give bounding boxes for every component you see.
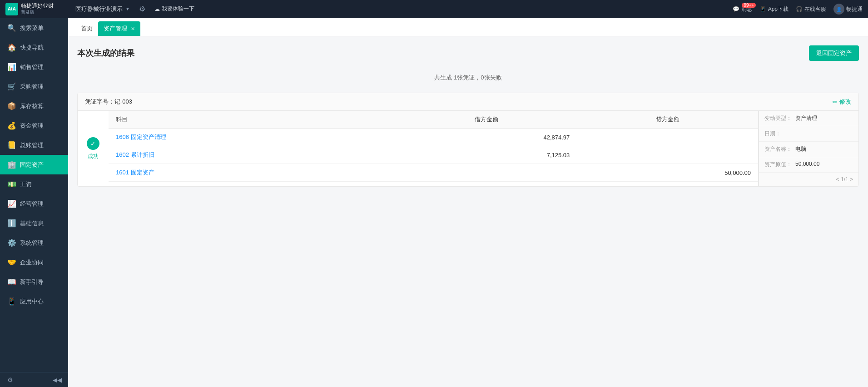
voucher-table: 科目 借方金额 贷方金额 1606 固定资产清理 42,874.97 (109, 111, 759, 186)
logo-title: 畅捷通好业财 (21, 3, 54, 9)
pagination-text: 1/1 (841, 176, 850, 183)
sidebar-item-basic-info[interactable]: ℹ️ 基础信息 (0, 213, 68, 233)
bottom-settings-icon[interactable]: ⚙ (7, 376, 13, 383)
success-indicator: ✓ 成功 (78, 111, 109, 186)
online-service-button[interactable]: 🎧 在线客服 (796, 5, 826, 13)
phone-icon: 📱 (759, 6, 766, 12)
dropdown-arrow-icon: ▼ (125, 6, 130, 11)
tab-home[interactable]: 首页 (75, 21, 98, 36)
handshake-icon: 🤝 (7, 258, 15, 267)
content-area: 首页 资产管理 ✕ 本次生成的结果 返回固定资产 共生成 1张凭证，0张失败 (68, 18, 868, 387)
next-page-button[interactable]: > (850, 176, 853, 183)
col-subject: 科目 (109, 111, 396, 129)
date-label: 日期： (764, 130, 781, 138)
trend-icon: 📈 (7, 199, 15, 208)
asset-name-label: 资产名称： (764, 145, 792, 153)
credit-cell (577, 129, 758, 146)
user-menu[interactable]: 👤 畅捷通 (833, 4, 863, 15)
sidebar-item-quicknav[interactable]: 🏠 快捷导航 (0, 38, 68, 57)
voucher-body: ✓ 成功 科目 借方金额 贷方金额 (78, 111, 858, 186)
subject-cell: 1601 固定资产 (109, 164, 396, 182)
page-title-area: 本次生成的结果 返回固定资产 (77, 45, 859, 61)
table-row: 1606 固定资产清理 42,874.97 (109, 129, 758, 146)
sidebar-item-label: 固定资产 (20, 161, 44, 169)
sidebar-item-label: 搜索菜单 (20, 24, 44, 32)
debit-cell: 7,125.03 (396, 146, 577, 164)
sidebar-item-search[interactable]: 🔍 搜索菜单 (0, 18, 68, 38)
col-credit: 贷方金额 (577, 111, 758, 129)
sidebar-item-ledger[interactable]: 📒 总账管理 (0, 135, 68, 155)
change-type-value: 资产清理 (795, 114, 817, 122)
sidebar-item-newbie[interactable]: 📖 新手引导 (0, 272, 68, 292)
return-fixed-assets-button[interactable]: 返回固定资产 (809, 45, 859, 61)
original-value-label: 资产原值： (764, 161, 792, 169)
app-icon: 📱 (7, 297, 15, 306)
sidebar-item-label: 基础信息 (20, 219, 44, 228)
change-type-row: 变动类型： 资产清理 (759, 111, 858, 126)
gear-icon: ⚙️ (7, 238, 15, 247)
experience-button[interactable]: ☁ 我要体验一下 (151, 5, 198, 13)
sidebar-item-label: 快捷导航 (20, 44, 44, 52)
box-icon: 📦 (7, 102, 15, 110)
success-check-icon: ✓ (87, 137, 99, 150)
tab-home-label: 首页 (81, 25, 93, 33)
original-value-value: 50,000.00 (795, 161, 819, 169)
sidebar-item-label: 资金管理 (20, 122, 44, 130)
date-row: 日期： (759, 126, 858, 142)
page-title: 本次生成的结果 (77, 48, 134, 59)
sidebar-item-system[interactable]: ⚙️ 系统管理 (0, 233, 68, 253)
voucher-header: 凭证字号：记-003 ✏ 修改 (78, 93, 858, 111)
sidebar-item-payroll[interactable]: 💵 工资 (0, 174, 68, 194)
logo-text-area: 畅捷通好业财 普及版 (21, 3, 54, 15)
main-layout: 🔍 搜索菜单 🏠 快捷导航 📊 销售管理 🛒 采购管理 📦 库存核算 💰 (0, 18, 868, 387)
logo-subtitle: 普及版 (21, 9, 54, 15)
subject-cell: 1602 累计折旧 (109, 146, 396, 164)
sidebar-item-finance[interactable]: 💰 资金管理 (0, 116, 68, 135)
voucher-edit-button[interactable]: ✏ 修改 (833, 98, 851, 106)
sidebar-item-app-center[interactable]: 📱 应用中心 (0, 292, 68, 311)
tab-asset-management[interactable]: 资产管理 ✕ (98, 21, 140, 36)
asset-name-value: 电脑 (795, 145, 806, 153)
wallet-icon: 💵 (7, 180, 15, 189)
tab-asset-management-label: 资产管理 (104, 25, 127, 33)
top-header: AtA 畅捷通好业财 普及版 医疗器械行业演示 ▼ ⚙ ☁ 我要体验一下 💬 消… (0, 0, 868, 18)
sidebar-item-label: 工资 (20, 180, 32, 189)
header-right: 💬 消息 99++ 📱 App下载 🎧 在线客服 👤 畅捷通 (733, 4, 863, 15)
sidebar-scroll: 🔍 搜索菜单 🏠 快捷导航 📊 销售管理 🛒 采购管理 📦 库存核算 💰 (0, 18, 68, 372)
side-info-panel: 变动类型： 资产清理 日期： 资产名称： 电脑 资产原值： (759, 111, 858, 186)
logo-icon: AtA (5, 3, 18, 15)
search-icon: 🔍 (7, 24, 15, 32)
logo-area: AtA 畅捷通好业财 普及版 (0, 3, 68, 15)
sidebar-item-enterprise[interactable]: 🤝 企业协同 (0, 253, 68, 272)
building-icon: 🏢 (7, 160, 15, 169)
company-selector[interactable]: 医疗器械行业演示 ▼ (72, 5, 134, 13)
col-debit: 借方金额 (396, 111, 577, 129)
sidebar-collapse-button[interactable]: ◀◀ (54, 376, 61, 383)
prev-page-button[interactable]: < (836, 176, 839, 183)
info-icon: ℹ️ (7, 219, 15, 228)
avatar: 👤 (833, 4, 844, 15)
sidebar-item-label: 销售管理 (20, 63, 44, 71)
tab-close-icon[interactable]: ✕ (131, 26, 135, 32)
cart-icon: 🛒 (7, 82, 15, 91)
messages-badge: 99++ (742, 3, 755, 8)
company-name: 医疗器械行业演示 (75, 5, 123, 13)
home-icon: 🏠 (7, 43, 15, 52)
sidebar: 🔍 搜索菜单 🏠 快捷导航 📊 销售管理 🛒 采购管理 📦 库存核算 💰 (0, 18, 68, 387)
edit-icon: ✏ (833, 99, 838, 105)
change-type-label: 变动类型： (764, 114, 792, 122)
sidebar-bottom: ⚙ ◀◀ (0, 372, 68, 387)
sidebar-item-fixed-assets[interactable]: 🏢 固定资产 (0, 155, 68, 174)
subject-cell: 1606 固定资产清理 (109, 129, 396, 146)
ledger-icon: 📒 (7, 141, 15, 149)
sidebar-item-label: 企业协同 (20, 258, 44, 267)
settings-icon[interactable]: ⚙ (137, 3, 147, 15)
sidebar-item-operations[interactable]: 📈 经营管理 (0, 194, 68, 213)
debit-cell: 42,874.97 (396, 129, 577, 146)
summary-text: 共生成 1张凭证，0张失败 (434, 74, 501, 81)
sidebar-item-purchase[interactable]: 🛒 采购管理 (0, 77, 68, 96)
sidebar-item-sales[interactable]: 📊 销售管理 (0, 57, 68, 77)
app-download-button[interactable]: 📱 App下载 (759, 5, 789, 13)
messages-button[interactable]: 💬 消息 99++ (733, 5, 752, 13)
sidebar-item-inventory[interactable]: 📦 库存核算 (0, 96, 68, 116)
